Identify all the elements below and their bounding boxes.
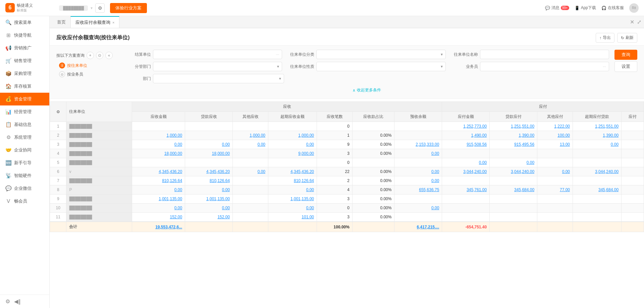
row-cell-other_receivable[interactable]: 0.00	[233, 140, 268, 149]
sidebar-item-smart-hw[interactable]: 📡 智能硬件	[0, 169, 49, 182]
row-cell-overdue_ar[interactable]: 810,126.64	[268, 176, 317, 185]
row-cell-overdue_ar[interactable]: 0.00	[268, 140, 317, 149]
row-cell-ar_amount[interactable]: 0.00	[132, 185, 185, 194]
row-cell-overdue_ar[interactable]: 0.00	[268, 185, 317, 194]
row-cell-overdue_ar[interactable]: 101.00	[268, 213, 317, 222]
row-cell-ap_amount[interactable]: 0.00	[442, 158, 490, 167]
row-cell-overdue_ap[interactable]: 345,684.00	[573, 185, 622, 194]
row-cell-ar_amount[interactable]: 18,000.00	[132, 149, 185, 158]
sidebar-item-basic-info[interactable]: 📋 基础信息	[0, 118, 49, 131]
app-download-btn[interactable]: 📱 App下载	[575, 5, 596, 11]
row-cell-ar_amount[interactable]: 810,126.64	[132, 176, 185, 185]
sidebar-collapse-icon[interactable]: ◀‖	[14, 298, 21, 305]
tab-ar-query[interactable]: 应收应付余额查询 ×	[70, 16, 119, 28]
row-cell-overdue_ap[interactable]: 1,390.00	[573, 131, 622, 140]
filter-collapse-btn[interactable]: ∧ 收起更多条件	[124, 86, 609, 94]
row-cell-overdue_ar[interactable]: 1,001,135.00	[268, 194, 317, 204]
row-cell-loan_payable[interactable]: 3,044,240.00	[490, 167, 537, 176]
row-cell-loan_receivable[interactable]: 810,126.64	[185, 176, 233, 185]
row-cell-loan_receivable[interactable]: 0.00	[185, 204, 233, 213]
row-cell-overdue_ap[interactable]: 1,251,551.00	[573, 122, 622, 131]
sidebar-item-guide[interactable]: 🆕 新手引导	[0, 157, 49, 169]
row-cell-loan_receivable[interactable]: 0.00	[185, 185, 233, 194]
row-cell-ar_amount[interactable]: 1,000.00	[132, 131, 185, 140]
tab-window-close-btn[interactable]: ✕	[630, 19, 634, 25]
scheme-salesperson[interactable]: ⊙ 按业务员	[56, 70, 120, 79]
sidebar-item-wechat[interactable]: 💬 企业微信	[0, 182, 49, 195]
settings-query-btn[interactable]: 设置	[614, 61, 637, 72]
footer-ar-amount[interactable]: 19,553,472,6...	[132, 222, 185, 232]
row-cell-loan_payable[interactable]: 345,684.00	[490, 185, 537, 194]
row-cell-overdue_ap[interactable]: 3,044,240.00	[573, 167, 622, 176]
row-cell-overdue_ar[interactable]: 1,000.00	[268, 131, 317, 140]
sidebar-item-operations[interactable]: 📊 经营管理	[0, 105, 49, 118]
row-cell-prepaid[interactable]: 0.00	[394, 204, 442, 213]
row-cell-loan_payable[interactable]: 915,495.56	[490, 140, 537, 149]
row-cell-overdue_ar[interactable]: 9,000.00	[268, 149, 317, 158]
row-cell-overdue_ap[interactable]: 0.00	[573, 140, 622, 149]
row-cell-other_payable[interactable]: 1,222.00	[537, 122, 573, 131]
filter-input-partner-nature[interactable]: ▾	[316, 62, 445, 71]
filter-input-salesperson[interactable]: ···	[480, 62, 609, 71]
row-cell-ar_amount[interactable]: 0.00	[132, 204, 185, 213]
filter-add-btn[interactable]: +	[87, 52, 94, 59]
row-cell-loan_receivable[interactable]: 4,345,436.20	[185, 167, 233, 176]
sidebar-item-member[interactable]: Ⅴ 畅会员	[0, 195, 49, 208]
row-cell-loan_receivable[interactable]: 0.00	[185, 140, 233, 149]
filter-input-jiesuan[interactable]: ···	[153, 50, 282, 59]
row-cell-other_payable[interactable]: 0.00	[537, 167, 573, 176]
footer-prepaid[interactable]: 6,417,215....	[394, 222, 442, 232]
export-btn[interactable]: ↑ 导出	[596, 33, 614, 43]
sidebar-item-search[interactable]: 🔍 搜索菜单	[0, 16, 49, 29]
row-cell-other_payable[interactable]: 77.00	[537, 185, 573, 194]
row-cell-ap_amount[interactable]: 345,761.00	[442, 185, 490, 194]
query-btn[interactable]: 查询	[614, 50, 637, 60]
sidebar-item-system[interactable]: ⚙ 系统管理	[0, 131, 49, 144]
row-cell-overdue_ar[interactable]: 4,345,436.20	[268, 167, 317, 176]
row-cell-loan_receivable[interactable]: 1,001,135.00	[185, 194, 233, 204]
sidebar-item-purchase[interactable]: 📦 采购管理	[0, 67, 49, 80]
row-cell-loan_payable[interactable]: 1,390.00	[490, 131, 537, 140]
filter-input-partner-name[interactable]	[480, 50, 609, 59]
row-cell-loan_receivable[interactable]: 152.00	[185, 213, 233, 222]
row-cell-prepaid[interactable]: 0.00	[394, 176, 442, 185]
user-avatar[interactable]: Rit	[629, 3, 639, 13]
row-cell-ar_amount[interactable]: 4,345,436.20	[132, 167, 185, 176]
refresh-btn[interactable]: ↻ 刷新	[617, 33, 637, 43]
tab-close-icon[interactable]: ×	[112, 20, 114, 25]
row-cell-ar_amount[interactable]: 1,001,135.00	[132, 194, 185, 204]
row-cell-other_receivable[interactable]: 0.00	[233, 167, 268, 176]
row-cell-loan_payable[interactable]: 1,251,551.00	[490, 122, 537, 131]
row-cell-loan_receivable[interactable]: 18,000.00	[185, 149, 233, 158]
sidebar-item-cooperation[interactable]: 🤝 企业协同	[0, 144, 49, 157]
row-cell-other_receivable[interactable]: 1,000.00	[233, 131, 268, 140]
filter-input-dept[interactable]: ▾	[153, 74, 284, 83]
industry-btn[interactable]: 体验行业方案	[110, 3, 147, 13]
sidebar-item-finance[interactable]: 💰 资金管理	[0, 93, 49, 105]
row-cell-overdue_ar[interactable]: 0.00	[268, 204, 317, 213]
row-cell-ap_amount[interactable]: 915,508.56	[442, 140, 490, 149]
row-cell-ap_amount[interactable]: 1,490.00	[442, 131, 490, 140]
tab-home[interactable]: 首页	[52, 16, 70, 28]
settings-icon[interactable]: ⚙	[95, 3, 105, 13]
row-cell-ap_amount[interactable]: 3,044,240.00	[442, 167, 490, 176]
row-cell-prepaid[interactable]: 2,153,333.00	[394, 140, 442, 149]
filter-target-btn[interactable]: ⊙	[96, 52, 103, 59]
sidebar-item-quick-nav[interactable]: ⊞ 快捷导航	[0, 29, 49, 42]
row-cell-prepaid[interactable]: 0.00	[394, 149, 442, 158]
sidebar-settings-icon[interactable]: ⚙	[5, 298, 10, 305]
online-service-btn[interactable]: 🎧 在线客服	[601, 5, 624, 11]
filter-input-dept-manage[interactable]: ▾	[153, 62, 282, 71]
row-cell-prepaid[interactable]: 655,636.75	[394, 185, 442, 194]
messages-btn[interactable]: 💬 消息 99+	[545, 5, 569, 11]
scheme-partner[interactable]: 业 按往来单位	[56, 61, 120, 70]
row-cell-ap_amount[interactable]: 1,252,773.00	[442, 122, 490, 131]
table-settings-icon[interactable]: ⚙	[50, 102, 66, 122]
row-cell-ar_amount[interactable]: 152.00	[132, 213, 185, 222]
row-cell-other_payable[interactable]: 100.00	[537, 131, 573, 140]
tab-window-expand-btn[interactable]: ⤢	[637, 19, 641, 25]
filter-input-partner-cat[interactable]: ▾	[316, 50, 445, 59]
row-cell-other_payable[interactable]: 13.00	[537, 140, 573, 149]
row-cell-loan_payable[interactable]: 0.00	[490, 158, 537, 167]
sidebar-item-inventory[interactable]: 🏠 库存核算	[0, 80, 49, 93]
